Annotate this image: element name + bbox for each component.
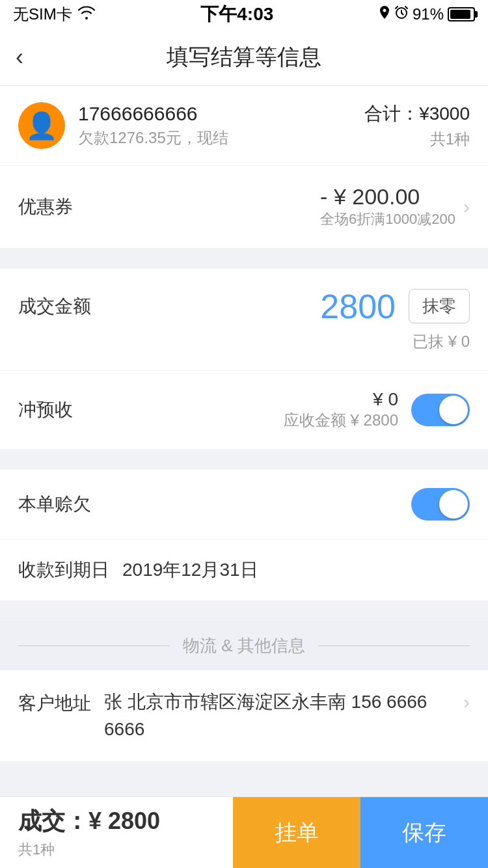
customer-phone: 17666666666 (78, 103, 364, 125)
debt-row: 本单赊欠 (0, 470, 488, 539)
chevron-right-icon: › (463, 196, 470, 218)
address-row[interactable]: 客户地址 张 北京市市辖区海淀区永丰南 156 6666 6666 › (0, 670, 488, 761)
bottom-spacer (0, 772, 488, 798)
debt-toggle-knob (439, 490, 468, 519)
debt-toggle[interactable] (411, 488, 470, 521)
logistics-text: 物流 & 其他信息 (183, 634, 305, 657)
hang-button[interactable]: 挂单 (233, 797, 360, 869)
bottom-summary: 成交：¥ 2800 共1种 (0, 806, 233, 860)
alarm-icon (394, 5, 409, 23)
deal-right: 2800 抹零 (320, 287, 470, 326)
coupon-row[interactable]: 优惠券 - ¥ 200.00 全场6折满1000减200 › (0, 165, 488, 248)
precollect-section: 冲预收 ¥ 0 应收金额 ¥ 2800 (0, 370, 488, 449)
customer-total: 合计：¥3000 共1种 (364, 102, 470, 150)
section-divider-2 (0, 459, 488, 470)
deal-section: 成交金额 2800 抹零 已抹 ¥ 0 (0, 269, 488, 370)
avatar: 👤 (18, 102, 65, 149)
address-value: 张 北京市市辖区海淀区永丰南 156 6666 6666 (104, 688, 455, 743)
battery-percent: 91% (413, 5, 444, 23)
coupon-right: - ¥ 200.00 全场6折满1000减200 › (320, 184, 470, 230)
due-date-row: 收款到期日 2019年12月31日 (0, 539, 488, 601)
deal-row: 成交金额 2800 抹零 (18, 287, 470, 326)
battery-icon (448, 7, 475, 21)
avatar-icon: 👤 (25, 111, 58, 141)
bottom-deal-text: 成交：¥ 2800 (18, 806, 215, 837)
precollect-label: 冲预收 (18, 398, 73, 422)
wifi-icon (77, 5, 96, 23)
deal-label: 成交金额 (18, 294, 91, 319)
section-divider-1 (0, 258, 488, 269)
carrier-text: 无SIM卡 (13, 4, 72, 25)
bottom-count: 共1种 (18, 840, 215, 860)
address-section: 客户地址 张 北京市市辖区海淀区永丰南 156 6666 6666 › (0, 670, 488, 761)
round-zero-button[interactable]: 抹零 (409, 289, 470, 323)
bottom-deal-amount: ¥ 2800 (88, 807, 160, 834)
customer-debt: 欠款1276.35元，现结 (78, 128, 364, 148)
bottom-bar: 成交：¥ 2800 共1种 挂单 保存 (0, 796, 488, 868)
status-right: 91% (379, 5, 475, 23)
page-title: 填写结算等信息 (167, 42, 321, 72)
toggle-knob (439, 396, 468, 424)
location-icon (379, 5, 390, 23)
precollect-amount: ¥ 0 (284, 389, 398, 410)
logistics-line-left (18, 645, 170, 646)
customer-info: 17666666666 欠款1276.35元，现结 (78, 103, 364, 148)
deal-amount-section: 成交金额 2800 抹零 已抹 ¥ 0 冲预收 ¥ 0 应收金额 ¥ 2800 (0, 269, 488, 449)
deal-sub: 已抹 ¥ 0 (18, 331, 470, 352)
debt-label: 本单赊欠 (18, 492, 91, 517)
deal-amount-value: 2800 (320, 287, 396, 326)
total-amount: 合计：¥3000 (364, 102, 470, 126)
section-divider-3 (0, 611, 488, 621)
precollect-right: ¥ 0 应收金额 ¥ 2800 (284, 389, 470, 431)
coupon-label: 优惠券 (18, 195, 73, 219)
precollect-receivable: 应收金额 ¥ 2800 (284, 410, 398, 431)
precollect-row: 冲预收 ¥ 0 应收金额 ¥ 2800 (18, 389, 470, 431)
status-bar: 无SIM卡 下午4:03 91% (0, 0, 488, 29)
status-left: 无SIM卡 (13, 4, 96, 25)
customer-row: 👤 17666666666 欠款1276.35元，现结 合计：¥3000 共1种 (0, 86, 488, 165)
back-button[interactable]: ‹ (16, 44, 23, 71)
status-time: 下午4:03 (200, 2, 273, 27)
order-debt-section: 本单赊欠 收款到期日 2019年12月31日 (0, 470, 488, 601)
precollect-toggle[interactable] (411, 394, 470, 426)
coupon-amount: - ¥ 200.00 (320, 184, 455, 210)
due-label: 收款到期日 (18, 558, 109, 582)
coupon-desc: 全场6折满1000减200 (320, 210, 455, 230)
logistics-line-right (318, 645, 470, 646)
nav-bar: ‹ 填写结算等信息 (0, 29, 488, 86)
address-label: 客户地址 (18, 688, 91, 716)
address-chevron-icon: › (463, 688, 470, 713)
total-count: 共1种 (364, 129, 470, 150)
save-button[interactable]: 保存 (360, 797, 488, 869)
customer-section: 👤 17666666666 欠款1276.35元，现结 合计：¥3000 共1种… (0, 86, 488, 248)
due-date-value: 2019年12月31日 (122, 558, 258, 582)
logistics-divider: 物流 & 其他信息 (0, 621, 488, 670)
